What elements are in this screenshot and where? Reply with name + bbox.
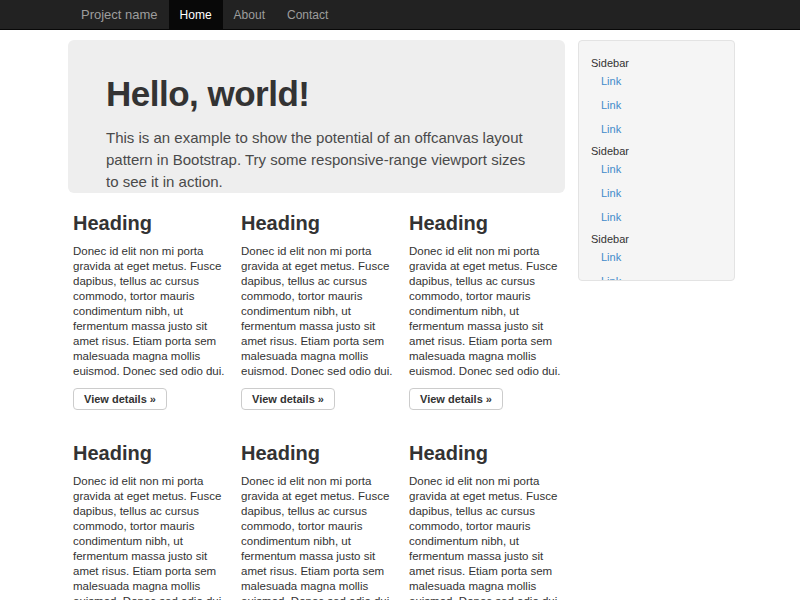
main-content: Hello, world! This is an example to show… [68,30,565,600]
nav-item-about[interactable]: About [223,0,276,29]
sidebar-group-2: Sidebar Link Link Link [589,145,724,229]
sidebar-link[interactable]: Link [601,269,724,281]
card-1: Heading Donec id elit non mi porta gravi… [73,197,225,410]
sidebar-link[interactable]: Link [601,205,724,229]
content-row: Hello, world! This is an example to show… [68,30,735,600]
sidebar-link[interactable]: Link [601,181,724,205]
main-nav: Home About Contact [169,0,340,29]
sidebar-group-heading: Sidebar [591,233,724,245]
card-body-text: Donec id elit non mi porta gravida at eg… [73,244,225,379]
card-body-text: Donec id elit non mi porta gravida at eg… [409,474,561,600]
card-6: Heading Donec id elit non mi porta gravi… [409,427,561,600]
nav-item-contact[interactable]: Contact [276,0,339,29]
nav-item-home[interactable]: Home [169,0,223,29]
card-5: Heading Donec id elit non mi porta gravi… [241,427,393,600]
sidebar-link[interactable]: Link [601,157,724,181]
card-heading: Heading [409,212,561,235]
sidebar-link[interactable]: Link [601,69,724,93]
card-body-text: Donec id elit non mi porta gravida at eg… [73,474,225,600]
card-3: Heading Donec id elit non mi porta gravi… [409,197,561,410]
card-heading: Heading [409,442,561,465]
card-heading: Heading [73,442,225,465]
card-heading: Heading [241,442,393,465]
sidebar-well: Sidebar Link Link Link Sidebar Link Link… [578,40,735,281]
jumbotron: Hello, world! This is an example to show… [68,40,565,193]
sidebar-group-3: Sidebar Link Link [589,233,724,281]
card-body-text: Donec id elit non mi porta gravida at eg… [241,474,393,600]
jumbotron-description: This is an example to show the potential… [106,127,527,193]
card-heading: Heading [73,212,225,235]
view-details-button[interactable]: View details » [409,388,503,410]
sidebar-column: Sidebar Link Link Link Sidebar Link Link… [578,30,735,600]
view-details-button[interactable]: View details » [241,388,335,410]
sidebar-group-1: Sidebar Link Link Link [589,57,724,141]
sidebar-link[interactable]: Link [601,117,724,141]
view-details-button[interactable]: View details » [73,388,167,410]
sidebar-group-heading: Sidebar [591,57,724,69]
card-2: Heading Donec id elit non mi porta gravi… [241,197,393,410]
sidebar-link[interactable]: Link [601,93,724,117]
top-navbar: Project name Home About Contact [0,0,800,30]
card-body-text: Donec id elit non mi porta gravida at eg… [241,244,393,379]
page-container: Hello, world! This is an example to show… [68,30,735,600]
card-body-text: Donec id elit non mi porta gravida at eg… [409,244,561,379]
brand-link[interactable]: Project name [81,0,158,29]
cards-grid: Heading Donec id elit non mi porta gravi… [68,197,565,600]
card-heading: Heading [241,212,393,235]
sidebar-link[interactable]: Link [601,245,724,269]
page-title: Hello, world! [106,74,527,114]
card-4: Heading Donec id elit non mi porta gravi… [73,427,225,600]
sidebar-group-heading: Sidebar [591,145,724,157]
